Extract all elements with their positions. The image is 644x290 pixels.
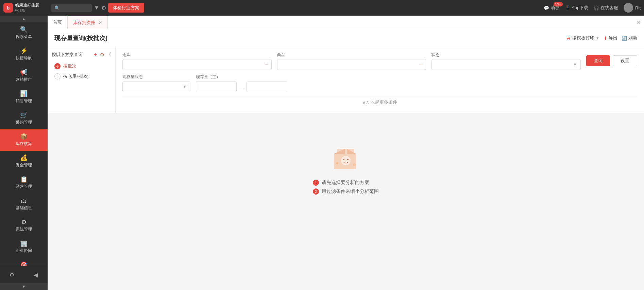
filter-row-1: 仓库 ··· 商品 ··· <box>122 52 637 70</box>
tab-home-label: 首页 <box>53 19 62 25</box>
scheme-collapse-icon[interactable]: 《 <box>106 52 111 58</box>
sidebar-scroll-up[interactable]: ▲ <box>0 16 48 22</box>
sidebar-label-search: 搜索菜单 <box>16 34 32 40</box>
inventory-dash: — <box>239 84 244 89</box>
top-bar-center: 🔍 ▼ ⚙ 体验行业方案 <box>51 3 544 13</box>
scheme-item-icon-wbatch: ○ <box>54 73 61 79</box>
sidebar-item-purchase[interactable]: 🛒 采购管理 <box>0 108 48 129</box>
inventory-status-label: 现存量状态 <box>122 74 190 80</box>
refresh-label: 刷新 <box>628 35 637 41</box>
sidebar-item-sales[interactable]: 📊 销售管理 <box>0 87 48 108</box>
scheme-settings-icon[interactable]: ⊙ <box>100 52 104 58</box>
main-layout: ▲ 🔍 搜索菜单 ⚡ 快捷导航 📢 营销推广 📊 销售管理 🛒 采购管理 📦 库… <box>0 16 644 290</box>
scheme-item-batch[interactable]: ⊙ 按批次 <box>52 61 111 71</box>
scheme-panel: 按以下方案查询 ＋ ⊙ 《 ⊙ 按批次 ○ 按仓库+批次 <box>48 47 116 113</box>
sidebar-item-system[interactable]: ⚙ 系统管理 <box>0 215 48 236</box>
scheme-item-icon-batch: ⊙ <box>54 63 61 69</box>
filter-inventory-main: 现存量（主） — <box>196 74 637 92</box>
sidebar-item-basics[interactable]: 🗂 基础信息 <box>0 194 48 215</box>
inventory-main-range: — <box>196 81 637 92</box>
top-bar-right: 💬 消息 99+ 📱 App下载 🎧 在线客服 Rit <box>544 3 641 13</box>
settings-top-icon[interactable]: ⚙ <box>101 5 106 11</box>
edition-label: 标准版 <box>15 8 39 13</box>
sidebar-settings-btn[interactable]: ⚙ <box>7 270 17 280</box>
sidebar-collapse-btn[interactable]: ◀ <box>31 270 41 280</box>
sidebar-item-enterprise[interactable]: 🏢 企业协同 <box>0 236 48 258</box>
sidebar-item-search[interactable]: 🔍 搜索菜单 <box>0 22 48 44</box>
top-search-box[interactable]: 🔍 <box>51 4 92 12</box>
sidebar-label-enterprise: 企业协同 <box>16 248 32 254</box>
sidebar-item-operations[interactable]: 📋 经营管理 <box>0 172 48 194</box>
top-bar: b 畅康通好生意 标准版 🔍 ▼ ⚙ 体验行业方案 💬 消息 99+ 📱 App… <box>0 0 644 16</box>
user-name: Rit <box>635 5 641 11</box>
scheme-item-warehouse-batch[interactable]: ○ 按仓库+批次 <box>52 71 111 81</box>
sidebar-icon-newbie: 🎯 <box>20 262 28 266</box>
export-icon: ⬇ <box>604 36 607 41</box>
sidebar-item-newbie[interactable]: 🎯 新手引导 <box>0 258 48 266</box>
sidebar-label-quick-nav: 快捷导航 <box>16 55 32 61</box>
warehouse-more-icon[interactable]: ··· <box>265 62 268 67</box>
refresh-btn[interactable]: 🔄 刷新 <box>622 35 637 41</box>
inventory-main-from-input[interactable] <box>196 81 237 92</box>
page-title: 现存量查询(按批次) <box>54 34 107 42</box>
filter-product: 商品 ··· <box>277 52 426 70</box>
product-more-icon[interactable]: ··· <box>419 62 422 67</box>
svg-point-7 <box>336 162 338 164</box>
export-label: 导出 <box>609 35 617 41</box>
sidebar-label-sales: 销售管理 <box>16 98 32 104</box>
tab-home[interactable]: 首页 <box>48 16 68 29</box>
sidebar-icon-inventory: 📦 <box>20 133 28 140</box>
user-avatar-area[interactable]: Rit <box>624 3 641 13</box>
online-service-btn[interactable]: 🎧 在线客服 <box>594 5 618 11</box>
sidebar-icon-purchase: 🛒 <box>20 112 28 118</box>
filter-warehouse: 仓库 ··· <box>122 52 272 70</box>
print-dropdown-icon[interactable]: ▼ <box>596 36 599 40</box>
status-dropdown-icon: ▼ <box>573 62 577 67</box>
panel-close-btn[interactable]: ✕ <box>636 19 641 25</box>
sidebar-scroll-down[interactable]: ▼ <box>0 283 48 290</box>
sidebar-item-inventory[interactable]: 📦 库存核算 <box>0 129 48 151</box>
sidebar-item-marketing[interactable]: 📢 营销推广 <box>0 65 48 87</box>
sidebar-label-basics: 基础信息 <box>16 205 32 211</box>
scheme-item-label-batch: 按批次 <box>63 63 77 69</box>
messages-btn[interactable]: 💬 消息 99+ <box>544 5 559 11</box>
empty-illustration <box>329 140 363 174</box>
collapse-more-btn[interactable]: ∧∧ 收起更多条件 <box>122 96 637 108</box>
filter-panel: 按以下方案查询 ＋ ⊙ 《 ⊙ 按批次 ○ 按仓库+批次 <box>48 47 644 113</box>
tab-batch-account[interactable]: 库存批次账 ✕ <box>68 16 108 29</box>
export-btn[interactable]: ⬇ 导出 <box>604 35 617 41</box>
print-label: 按模板打印 <box>572 35 594 41</box>
settings-btn[interactable]: 设置 <box>613 55 637 66</box>
logo-icon: b <box>3 3 13 13</box>
sidebar-icon-finance: 💰 <box>20 155 28 161</box>
sidebar-label-purchase: 采购管理 <box>16 120 32 125</box>
sidebar-item-quick-nav[interactable]: ⚡ 快捷导航 <box>0 44 48 65</box>
tab-bar: 首页 库存批次账 ✕ ✕ <box>48 16 644 29</box>
print-btn[interactable]: 🖨 按模板打印 ▼ <box>566 35 599 41</box>
action-buttons: 查询 设置 <box>586 55 637 67</box>
scheme-add-icon[interactable]: ＋ <box>93 51 98 58</box>
search-icon: 🔍 <box>54 5 60 11</box>
dropdown-icon[interactable]: ▼ <box>94 5 99 11</box>
sidebar-label-inventory: 库存核算 <box>16 141 32 147</box>
query-btn[interactable]: 查询 <box>586 55 610 66</box>
status-select[interactable]: ▼ <box>431 59 581 70</box>
inventory-main-to-input[interactable] <box>247 81 287 92</box>
product-input[interactable]: ··· <box>277 59 426 70</box>
tab-close-icon[interactable]: ✕ <box>99 20 102 25</box>
experience-btn[interactable]: 体验行业方案 <box>108 3 144 13</box>
warehouse-input[interactable]: ··· <box>122 59 272 70</box>
svg-rect-3 <box>337 149 354 154</box>
inventory-status-select[interactable]: ▼ <box>122 81 190 92</box>
print-icon: 🖨 <box>566 36 571 41</box>
sidebar-icon-system: ⚙ <box>21 219 27 225</box>
page-header-actions: 🖨 按模板打印 ▼ ⬇ 导出 🔄 刷新 <box>566 35 637 41</box>
sidebar-icon-sales: 📊 <box>20 91 28 97</box>
phone-icon: 📱 <box>565 5 570 11</box>
filter-status: 状态 ▼ <box>431 52 581 70</box>
page-content: 现存量查询(按批次) 🖨 按模板打印 ▼ ⬇ 导出 🔄 刷新 <box>48 29 644 290</box>
sidebar-icon-operations: 📋 <box>20 176 28 182</box>
sidebar-icon-basics: 🗂 <box>21 198 27 204</box>
sidebar-item-finance[interactable]: 💰 资金管理 <box>0 151 48 172</box>
app-download-btn[interactable]: 📱 App下载 <box>565 5 588 11</box>
